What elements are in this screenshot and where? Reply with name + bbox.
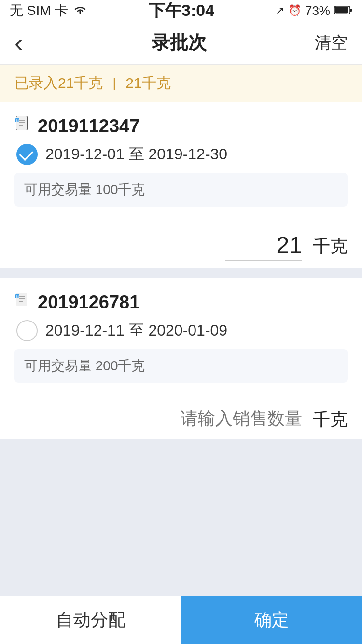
amount-wrapper-1: 21: [14, 232, 302, 261]
doc-icon-2: 目: [14, 292, 32, 313]
amount-unit-1: 千克: [313, 235, 348, 258]
available-box-1: 可用交易量 100千克: [14, 173, 348, 207]
main-content: 已录入21千克 | 21千克 目 2019112347 2019-12-01 至: [0, 65, 362, 644]
battery-icon: [334, 3, 352, 18]
wifi-icon: [73, 3, 87, 18]
section-divider-1: [0, 268, 362, 278]
available-text-2: 可用交易量 200千克: [24, 358, 145, 373]
svg-rect-2: [350, 9, 352, 12]
input-unit-2: 千克: [313, 408, 348, 432]
recorded-label: 已录入21千克: [14, 73, 103, 93]
available-text-1: 可用交易量 100千克: [24, 182, 145, 197]
sim-label: 无 SIM 卡: [10, 1, 68, 20]
batch-id-1: 2019112347: [38, 116, 139, 137]
clear-button[interactable]: 清空: [315, 32, 348, 54]
checkbox-1[interactable]: [16, 144, 38, 165]
amount-underline-1: [225, 260, 302, 261]
bottom-bar: 自动分配 确定: [0, 596, 362, 644]
alarm-icon: ⏰: [288, 4, 301, 17]
info-banner: 已录入21千克 | 21千克: [0, 65, 362, 102]
info-divider: |: [112, 76, 116, 91]
svg-rect-1: [335, 7, 348, 13]
auto-distribute-button[interactable]: 自动分配: [0, 596, 181, 644]
status-bar: 无 SIM 卡 下午3:04 ↗ ⏰ 73%: [0, 0, 362, 21]
status-time: 下午3:04: [149, 0, 214, 22]
input-row-2: 千克: [0, 396, 362, 439]
batch-dates-2: 2019-12-11 至 2020-01-09: [45, 320, 227, 341]
batch-date-row-2: 2019-12-11 至 2020-01-09: [14, 320, 348, 341]
svg-text:目: 目: [16, 294, 20, 299]
batch-dates-1: 2019-12-01 至 2019-12-30: [45, 144, 227, 165]
battery-percent: 73%: [305, 3, 330, 18]
available-box-2: 可用交易量 200千克: [14, 349, 348, 383]
amount-row-1: 21 千克: [0, 220, 362, 268]
info-value: 21千克: [125, 73, 170, 93]
page-title: 录批次: [152, 30, 207, 55]
batch-date-row-1: 2019-12-01 至 2019-12-30: [14, 144, 348, 165]
batch-item-2: 目 2019126781 2019-12-11 至 2020-01-09 可用交…: [0, 278, 362, 396]
doc-icon-1: 目: [14, 115, 32, 137]
status-left: 无 SIM 卡: [10, 1, 87, 20]
quantity-input-2[interactable]: [14, 408, 302, 429]
status-right: ↗ ⏰ 73%: [276, 3, 352, 18]
svg-text:目: 目: [16, 118, 20, 123]
amount-value-1: 21: [14, 232, 302, 258]
batch-id-2: 2019126781: [38, 292, 139, 313]
batch-item-1: 目 2019112347 2019-12-01 至 2019-12-30 可用交…: [0, 102, 362, 220]
back-button[interactable]: ‹: [14, 28, 43, 57]
checkbox-2[interactable]: [16, 320, 38, 341]
confirm-button[interactable]: 确定: [181, 596, 362, 644]
batch-header-2: 目 2019126781: [14, 292, 348, 313]
location-icon: ↗: [276, 4, 284, 17]
input-underline-2: [14, 431, 302, 431]
batch-header-1: 目 2019112347: [14, 115, 348, 137]
nav-bar: ‹ 录批次 清空: [0, 21, 362, 65]
